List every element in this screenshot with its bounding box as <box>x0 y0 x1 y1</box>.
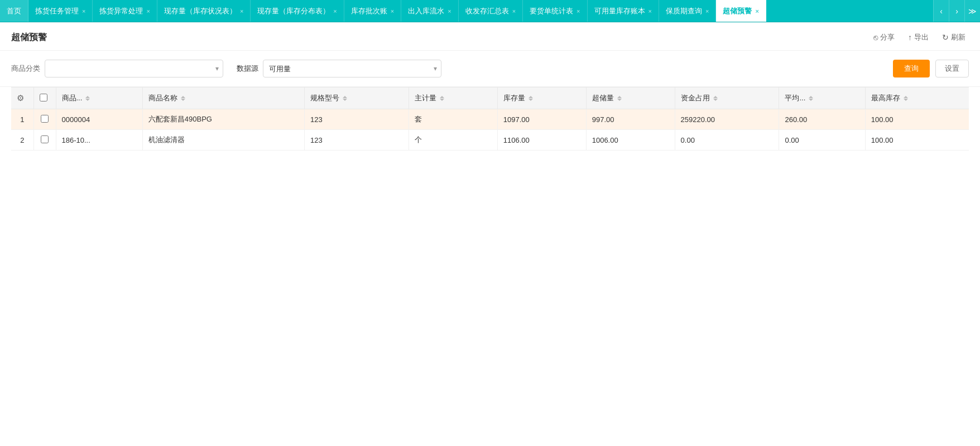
th-stock[interactable]: 库存量 <box>497 88 586 109</box>
nav-stock-status-label: 现存量（库存状况表） <box>164 6 237 16</box>
nav-home[interactable]: 首页 <box>0 0 28 22</box>
nav-batch-account-label: 库存批次账 <box>351 6 387 16</box>
page-container: 超储预警 ⎋ 分享 ↑ 导出 ↻ 刷新 商品分类 ▾ <box>0 22 980 446</box>
cell-overstock: 997.00 <box>586 109 675 130</box>
header-actions: ⎋ 分享 ↑ 导出 ↻ 刷新 <box>870 30 969 45</box>
cell-checkbox <box>33 130 56 151</box>
sort-unit-icon <box>440 96 444 101</box>
nav-stock-dist-close[interactable]: × <box>333 8 337 14</box>
th-gear: ⚙ <box>11 88 33 109</box>
nav-next-btn[interactable]: › <box>949 0 964 22</box>
cell-checkbox <box>33 109 56 130</box>
datasource-select-wrapper: 可用量 库存量 ▾ <box>263 60 441 77</box>
nav-receipt-summary[interactable]: 收发存汇总表 × <box>459 0 523 22</box>
nav-prev-btn[interactable]: ‹ <box>933 0 949 22</box>
th-unit[interactable]: 主计量 <box>409 88 497 109</box>
nav-batch-account[interactable]: 库存批次账 × <box>344 0 401 22</box>
export-button[interactable]: ↑ 导出 <box>905 30 932 45</box>
nav-arrows: ‹ › ≫ <box>933 0 980 22</box>
th-checkbox <box>33 88 56 109</box>
nav-available-account-close[interactable]: × <box>648 8 652 14</box>
th-max-stock[interactable]: 最高库存 <box>865 88 969 109</box>
th-spec[interactable]: 规格型号 <box>305 88 409 109</box>
nav-home-label: 首页 <box>7 6 21 16</box>
cell-overstock: 1006.00 <box>586 130 675 151</box>
export-icon: ↑ <box>908 33 912 42</box>
page-header: 超储预警 ⎋ 分享 ↑ 导出 ↻ 刷新 <box>0 22 980 51</box>
nav-more-btn[interactable]: ≫ <box>964 0 980 22</box>
cell-product-code: 186-10... <box>56 130 142 151</box>
export-label: 导出 <box>914 32 929 42</box>
nav-batch-account-close[interactable]: × <box>391 8 394 14</box>
nav-overstock-warning-close[interactable]: × <box>755 8 758 14</box>
row-checkbox-0[interactable] <box>41 115 49 123</box>
nav-pick-task-close[interactable]: × <box>82 8 85 14</box>
datasource-filter-group: 数据源 可用量 库存量 ▾ <box>237 60 441 77</box>
th-max-stock-label: 最高库存 <box>871 93 900 103</box>
refresh-label: 刷新 <box>951 32 965 42</box>
row-checkbox-1[interactable] <box>41 135 49 143</box>
nav-receipt-summary-label: 收发存汇总表 <box>465 6 509 16</box>
top-navigation: 首页 拣货任务管理 × 拣货异常处理 × 现存量（库存状况表） × 现存量（库存… <box>0 0 980 22</box>
nav-pick-exception-label: 拣货异常处理 <box>99 6 143 16</box>
settings-button[interactable]: 设置 <box>935 60 969 77</box>
sort-max-stock-icon <box>904 96 908 101</box>
sort-spec-icon <box>343 96 347 101</box>
nav-inout-flow-close[interactable]: × <box>448 8 451 14</box>
cell-capital: 0.00 <box>675 130 779 151</box>
category-select-wrapper: ▾ <box>45 60 223 77</box>
nav-expiry-query-close[interactable]: × <box>705 8 709 14</box>
share-button[interactable]: ⎋ 分享 <box>870 30 898 45</box>
cell-unit: 套 <box>409 109 497 130</box>
category-filter-group: 商品分类 ▾ <box>11 60 223 77</box>
table-container: ⚙ 商品... 商品名称 <box>0 87 980 151</box>
nav-pick-exception-close[interactable]: × <box>146 8 150 14</box>
nav-pick-task[interactable]: 拣货任务管理 × <box>28 0 93 22</box>
refresh-icon: ↻ <box>942 33 949 42</box>
nav-overstock-warning[interactable]: 超储预警 × <box>716 0 766 22</box>
nav-pick-exception[interactable]: 拣货异常处理 × <box>93 0 157 22</box>
nav-available-account[interactable]: 可用量库存账本 × <box>588 0 659 22</box>
cell-avg: 260.00 <box>779 109 865 130</box>
query-button[interactable]: 查询 <box>893 60 930 77</box>
nav-stock-dist-label: 现存量（库存分布表） <box>257 6 330 16</box>
cell-capital: 259220.00 <box>675 109 779 130</box>
th-overstock-label: 超储量 <box>592 93 614 103</box>
th-overstock[interactable]: 超储量 <box>586 88 675 109</box>
gear-icon[interactable]: ⚙ <box>17 93 24 103</box>
sort-capital-icon <box>713 96 718 101</box>
nav-overstock-warning-label: 超储预警 <box>723 6 752 16</box>
nav-order-stats[interactable]: 要货单统计表 × <box>523 0 587 22</box>
cell-index: 1 <box>11 109 33 130</box>
cell-spec: 123 <box>305 130 409 151</box>
category-filter-label: 商品分类 <box>11 64 40 74</box>
table-row: 2 186-10... 机油滤清器 123 个 1106.00 1006.00 … <box>11 130 969 151</box>
select-all-checkbox[interactable] <box>40 94 47 101</box>
th-product-name[interactable]: 商品名称 <box>142 88 304 109</box>
nav-available-account-label: 可用量库存账本 <box>594 6 645 16</box>
datasource-filter-label: 数据源 <box>237 64 258 74</box>
nav-expiry-query-label: 保质期查询 <box>666 6 702 16</box>
nav-stock-status[interactable]: 现存量（库存状况表） × <box>157 0 251 22</box>
cell-max-stock: 100.00 <box>865 130 969 151</box>
nav-receipt-summary-close[interactable]: × <box>512 8 516 14</box>
nav-stock-dist[interactable]: 现存量（库存分布表） × <box>251 0 344 22</box>
cell-product-name: 六配套新昌490BPG <box>142 109 304 130</box>
th-product-code[interactable]: 商品... <box>56 88 142 109</box>
share-icon: ⎋ <box>873 33 878 42</box>
nav-stock-status-close[interactable]: × <box>240 8 243 14</box>
category-select[interactable] <box>45 60 223 77</box>
nav-inout-flow[interactable]: 出入库流水 × <box>401 0 458 22</box>
th-avg-label: 平均... <box>785 93 805 103</box>
refresh-button[interactable]: ↻ 刷新 <box>939 30 969 45</box>
datasource-select[interactable]: 可用量 库存量 <box>263 60 441 77</box>
nav-expiry-query[interactable]: 保质期查询 × <box>659 0 716 22</box>
filter-area: 商品分类 ▾ 数据源 可用量 库存量 ▾ 查询 设置 <box>0 51 980 87</box>
th-avg[interactable]: 平均... <box>779 88 865 109</box>
sort-product-code-icon <box>85 96 90 101</box>
page-title: 超储预警 <box>11 32 47 43</box>
share-label: 分享 <box>880 32 895 42</box>
th-capital[interactable]: 资金占用 <box>675 88 779 109</box>
th-unit-label: 主计量 <box>415 93 436 103</box>
nav-order-stats-close[interactable]: × <box>577 8 580 14</box>
